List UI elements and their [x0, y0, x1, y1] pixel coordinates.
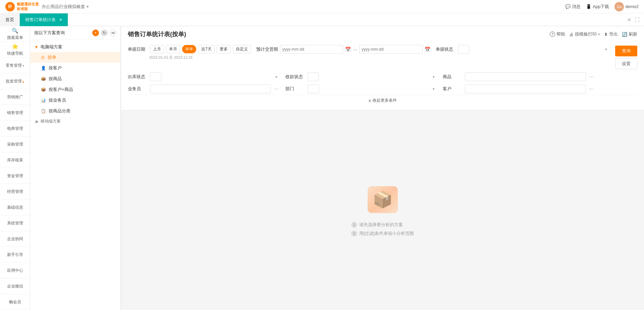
- retail-arrow-icon: ▾: [22, 64, 24, 67]
- page-title: 销售订单统计表(按单): [128, 30, 186, 38]
- product-input[interactable]: [465, 72, 586, 81]
- scheme-by-customer[interactable]: 👤 按客户: [30, 63, 120, 73]
- top-bar-left: 好 畅捷通好生意 标准版 办公用品行业模拟账套 ▾: [5, 2, 89, 11]
- date-btn-last-month[interactable]: 上月: [150, 45, 164, 53]
- tab-close-icon[interactable]: ✕: [59, 17, 62, 22]
- add-scheme-button[interactable]: +: [92, 30, 99, 36]
- breadcrumb-dropdown[interactable]: ▾: [87, 4, 89, 9]
- delivery-status-select[interactable]: [150, 72, 161, 81]
- help-button[interactable]: ? 帮助: [550, 31, 565, 37]
- top-bar: 好 畅捷通好生意 标准版 办公用品行业模拟账套 ▾ 💬 消息 📱 App下载 E…: [0, 0, 644, 13]
- refresh-scheme-button[interactable]: ↻: [101, 30, 108, 36]
- sidebar-item-shortcut[interactable]: ⭐ 快捷导航: [0, 42, 30, 58]
- step-num-1: 1: [351, 222, 357, 228]
- sidebar-item-search[interactable]: 🔍 搜索菜单: [0, 26, 30, 42]
- export-icon: ⬆: [604, 32, 608, 37]
- sidebar-item-operation[interactable]: 经营管理: [0, 184, 30, 200]
- sidebar-item-enterprise[interactable]: 企业协同: [0, 231, 30, 247]
- query-button[interactable]: 查询: [615, 46, 637, 56]
- sidebar-item-member[interactable]: 畅会员: [0, 294, 30, 310]
- sidebar-item-ecommerce[interactable]: 电商管理: [0, 121, 30, 137]
- breadcrumb: 办公用品行业模拟账套 ▾: [42, 4, 89, 10]
- sidebar-item-newuser[interactable]: 新手引导: [0, 247, 30, 263]
- salesman-icon: 📊: [41, 98, 46, 103]
- export-button[interactable]: ⬆ 导出: [604, 31, 618, 37]
- date-btn-custom[interactable]: 自定义: [233, 45, 251, 53]
- salesman-input[interactable]: [150, 85, 271, 93]
- tab-home[interactable]: 首页: [0, 13, 20, 26]
- settings-button[interactable]: 设置: [615, 58, 637, 69]
- customer-product-icon: 📦: [41, 87, 46, 92]
- scheme-by-customer-product[interactable]: 📦 按客户+商品: [30, 84, 120, 95]
- empty-illustration: 📦: [368, 186, 398, 213]
- sidebar-item-finance[interactable]: 资金管理: [0, 168, 30, 184]
- date-btn-this-year[interactable]: 本年: [182, 45, 196, 53]
- bill-status-select[interactable]: [458, 45, 469, 54]
- salesman-more-icon[interactable]: ···: [273, 86, 280, 92]
- salesman-label: 业务员: [128, 86, 148, 92]
- mobile-scheme-header[interactable]: ▶ 移动端方案: [30, 116, 120, 126]
- mobile-scheme-arrow-icon: ▶: [36, 119, 39, 124]
- desktop-scheme-header[interactable]: ▼ 电脑端方案: [30, 42, 120, 52]
- date-btn-more[interactable]: 更多: [217, 45, 231, 53]
- payment-status-select[interactable]: [308, 72, 319, 81]
- user-menu[interactable]: Ea demo2: [614, 2, 639, 11]
- sidebar-item-sales[interactable]: 销售管理: [0, 105, 30, 121]
- tab-sales-order-stat[interactable]: 销售订单统计表 ✕: [20, 13, 68, 26]
- empty-text: 1 请先选择要分析的方案 2 用[过滤]条件来缩小分析范围: [351, 220, 414, 238]
- department-select[interactable]: [308, 85, 319, 93]
- sidebar-item-basic[interactable]: 基础信息: [0, 200, 30, 215]
- tab-bar: 首页 销售订单统计表 ✕ ✕ ⛶: [0, 13, 644, 26]
- message-button[interactable]: 💬 消息: [565, 4, 581, 10]
- date-sep: —: [353, 47, 357, 52]
- product-more-icon[interactable]: ···: [588, 74, 595, 80]
- help-icon: ?: [550, 32, 555, 37]
- left-panel-header: 按以下方案查询 + ↻ ≪: [30, 26, 120, 40]
- department-label: 部门: [285, 86, 306, 92]
- sidebar-item-marketing[interactable]: 营销推广: [0, 89, 30, 105]
- content-area: 按以下方案查询 + ↻ ≪ ▼ 电脑端方案 ⊙ 按单 👤 按: [30, 26, 644, 310]
- calendar-to-icon[interactable]: 📅: [425, 47, 430, 52]
- date-btn-this-month[interactable]: 本月: [166, 45, 180, 53]
- print-icon: 🖨: [569, 32, 574, 37]
- main-layout: 🔍 搜索菜单 ⭐ 快捷导航 零售管理 ▾ 批发管理 ▴ 营销推广 销售管理 电商…: [0, 26, 644, 310]
- calendar-from-icon[interactable]: 📅: [345, 47, 351, 52]
- sidebar-item-appcenter[interactable]: 应用中心: [0, 263, 30, 278]
- sidebar-item-wechat[interactable]: 企业微信: [0, 278, 30, 294]
- desktop-scheme-arrow-icon: ▼: [34, 45, 39, 50]
- sidebar-item-wholesale[interactable]: 批发管理 ▴: [0, 73, 30, 89]
- sidebar: 🔍 搜索菜单 ⭐ 快捷导航 零售管理 ▾ 批发管理 ▴ 营销推广 销售管理 电商…: [0, 26, 30, 310]
- sidebar-item-purchase[interactable]: 采购管理: [0, 137, 30, 152]
- date-btn-last-7[interactable]: 近7天: [198, 45, 215, 53]
- scheme-by-product[interactable]: 📦 按商品: [30, 73, 120, 84]
- window-close-button[interactable]: ✕: [627, 17, 632, 22]
- scheme-by-order[interactable]: ⊙ 按单: [30, 52, 120, 63]
- right-panel: 销售订单统计表(按单) ? 帮助 🖨 按模板打印 ▾ ⬆ 导出: [121, 26, 644, 310]
- scheme-by-salesman[interactable]: 📊 按业务员: [30, 95, 120, 106]
- customer-input[interactable]: [465, 85, 586, 93]
- product-label: 商品: [443, 74, 463, 80]
- top-bar-right: 💬 消息 📱 App下载 Ea demo2: [565, 2, 639, 11]
- collapse-filter-button[interactable]: ∧ 收起更多条件: [128, 95, 637, 106]
- empty-state: 📦 1 请先选择要分析的方案 2 用[过滤]条件来缩小分析范围: [121, 110, 644, 310]
- expected-date-from-input[interactable]: [280, 45, 343, 54]
- sidebar-item-system[interactable]: 系统管理: [0, 215, 30, 231]
- expected-date-to-input[interactable]: [359, 45, 423, 54]
- message-icon: 💬: [565, 4, 571, 9]
- customer-more-icon[interactable]: ···: [588, 86, 595, 92]
- print-button[interactable]: 🖨 按模板打印 ▾: [569, 31, 600, 37]
- category-icon: 📋: [41, 109, 46, 113]
- window-controls: ✕ ⛶: [627, 17, 644, 22]
- window-maximize-button[interactable]: ⛶: [635, 17, 640, 22]
- scheme-by-category[interactable]: 📋 按商品分类: [30, 106, 120, 116]
- refresh-button[interactable]: 🔄 刷新: [622, 31, 637, 37]
- order-icon: ⊙: [41, 55, 45, 60]
- product-icon: 📦: [41, 76, 46, 81]
- customer-icon: 👤: [41, 66, 46, 70]
- sidebar-item-retail[interactable]: 零售管理 ▾: [0, 58, 30, 73]
- sidebar-item-inventory[interactable]: 库存核算: [0, 152, 30, 168]
- collapse-panel-button[interactable]: ≪: [110, 30, 116, 36]
- app-download-button[interactable]: 📱 App下载: [586, 4, 609, 10]
- desktop-schemes-section: ▼ 电脑端方案 ⊙ 按单 👤 按客户 📦 按商品 📦 按客户+商品: [30, 40, 120, 128]
- bill-status-label: 单据状态: [436, 46, 456, 52]
